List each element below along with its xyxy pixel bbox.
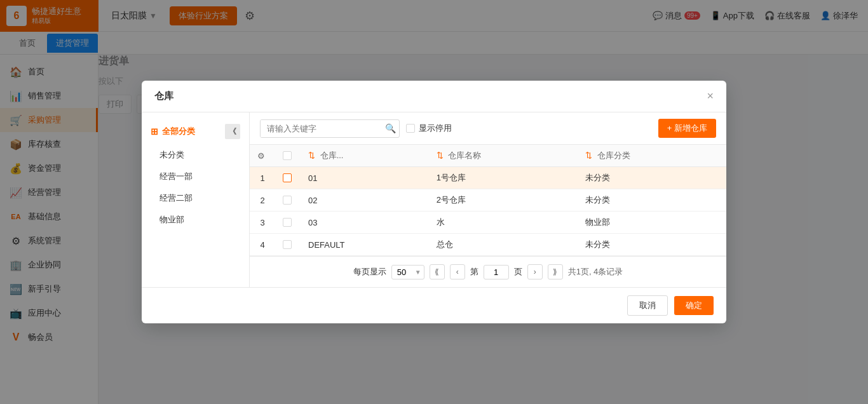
row-code: 03 <box>301 212 429 234</box>
next-page-button[interactable]: › <box>527 264 543 279</box>
row-name: 总仓 <box>429 234 578 256</box>
table-body: 1 01 1号仓库 未分类 2 <box>250 167 726 256</box>
modal-body: ⊞ 全部分类 《 未分类 经营一部 经营二部 物业部 🔍 <box>142 112 726 287</box>
warehouse-table: ⚙ ⇅ 仓库... ⇅ 仓库名称 <box>250 145 726 256</box>
th-code: ⇅ 仓库... <box>301 145 429 167</box>
category-item-dept1[interactable]: 经营一部 <box>142 166 249 187</box>
modal-footer: 取消 确定 <box>142 287 726 323</box>
sort-icon: ⇅ <box>308 151 315 160</box>
modal-title: 仓库 <box>154 90 173 102</box>
header-row: ⚙ ⇅ 仓库... ⇅ 仓库名称 <box>250 145 726 167</box>
category-item-uncategorized[interactable]: 未分类 <box>142 144 249 166</box>
row-code: 02 <box>301 189 429 212</box>
row-checkbox[interactable] <box>275 234 301 256</box>
th-name: ⇅ 仓库名称 <box>429 145 578 167</box>
row-checkbox[interactable] <box>275 212 301 234</box>
sort-icon-cat: ⇅ <box>585 151 592 160</box>
table-row[interactable]: 1 01 1号仓库 未分类 <box>250 167 726 189</box>
row-category: 未分类 <box>578 189 726 212</box>
last-page-button[interactable]: ⟫ <box>548 264 563 279</box>
prev-page-button[interactable]: ‹ <box>450 264 465 279</box>
th-checkbox <box>275 145 301 167</box>
row-category: 未分类 <box>578 234 726 256</box>
row-category: 未分类 <box>578 167 726 189</box>
row-num: 2 <box>250 189 275 212</box>
sort-icon-name: ⇅ <box>437 151 444 160</box>
search-input[interactable] <box>261 120 380 137</box>
row-checkbox[interactable] <box>275 167 301 189</box>
table-row[interactable]: 2 02 2号仓库 未分类 <box>250 189 726 212</box>
cancel-button[interactable]: 取消 <box>627 295 668 316</box>
category-item-property[interactable]: 物业部 <box>142 209 249 231</box>
row-category: 物业部 <box>578 212 726 234</box>
th-gear: ⚙ <box>250 145 275 167</box>
row-name: 1号仓库 <box>429 167 578 189</box>
page-size-wrapper: 50 100 ▼ <box>391 265 424 279</box>
table-header: ⚙ ⇅ 仓库... ⇅ 仓库名称 <box>250 145 726 167</box>
th-category: ⇅ 仓库分类 <box>578 145 726 167</box>
collapse-button[interactable]: 《 <box>225 124 240 139</box>
first-page-button[interactable]: ⟪ <box>430 264 445 279</box>
modal-close-button[interactable]: × <box>707 90 714 103</box>
confirm-button[interactable]: 确定 <box>674 296 714 315</box>
grid-icon: ⊞ <box>151 126 158 137</box>
table-panel: 🔍 显示停用 + 新增仓库 ⚙ <box>250 112 726 287</box>
row-code: DEFAULT <box>301 234 429 256</box>
pagination: 每页显示 50 100 ▼ ⟪ ‹ 第 页 › ⟫ 共1页, <box>250 256 726 287</box>
table-container: ⚙ ⇅ 仓库... ⇅ 仓库名称 <box>250 145 726 256</box>
row-num: 1 <box>250 167 275 189</box>
page-size-select[interactable]: 50 100 <box>391 265 424 279</box>
modal-overlay: 仓库 × ⊞ 全部分类 《 未分类 经营一部 经营二部 物业部 <box>0 0 868 404</box>
row-num: 3 <box>250 212 275 234</box>
row-name: 水 <box>429 212 578 234</box>
row-num: 4 <box>250 234 275 256</box>
category-panel: ⊞ 全部分类 《 未分类 经营一部 经营二部 物业部 <box>142 112 250 287</box>
add-warehouse-button[interactable]: + 新增仓库 <box>658 119 716 138</box>
table-row[interactable]: 4 DEFAULT 总仓 未分类 <box>250 234 726 256</box>
search-box: 🔍 <box>260 119 400 138</box>
table-toolbar: 🔍 显示停用 + 新增仓库 <box>250 112 726 145</box>
category-item-dept2[interactable]: 经营二部 <box>142 187 249 209</box>
row-code: 01 <box>301 167 429 189</box>
disabled-checkbox[interactable] <box>406 124 415 133</box>
show-disabled-checkbox[interactable]: 显示停用 <box>406 123 452 134</box>
row-checkbox[interactable] <box>275 189 301 212</box>
row-name: 2号仓库 <box>429 189 578 212</box>
table-row[interactable]: 3 03 水 物业部 <box>250 212 726 234</box>
search-icon[interactable]: 🔍 <box>380 123 400 133</box>
modal-header: 仓库 × <box>142 81 726 112</box>
select-all-checkbox[interactable] <box>283 151 292 160</box>
warehouse-modal: 仓库 × ⊞ 全部分类 《 未分类 经营一部 经营二部 物业部 <box>142 81 726 323</box>
category-all[interactable]: ⊞ 全部分类 《 <box>142 119 249 144</box>
page-number-input[interactable] <box>484 265 509 279</box>
